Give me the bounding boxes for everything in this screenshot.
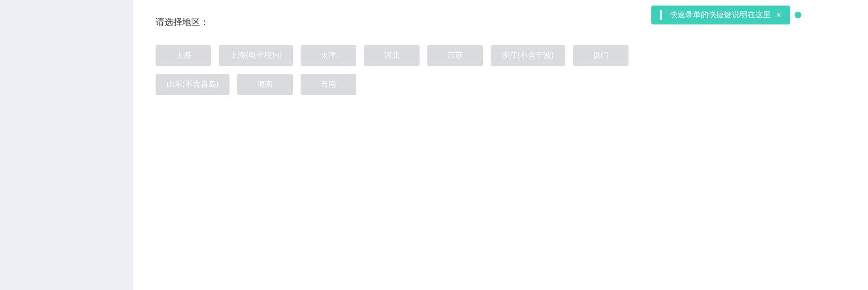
tooltip-dot	[795, 12, 801, 18]
region-btn-tianjin[interactable]: 天津	[301, 45, 356, 66]
region-btn-shandong[interactable]: 山东(不含青岛)	[156, 74, 230, 95]
region-row-2: 山东(不含青岛)海南云南	[156, 74, 846, 95]
tooltip-text: 快速录单的快捷键说明在这里	[670, 10, 771, 20]
main-content: 请选择地区： 上海上海(电子税局)天津河北江苏浙江(不含宁波)厦门 山东(不含青…	[133, 0, 868, 290]
region-btn-shanghai-etax[interactable]: 上海(电子税局)	[219, 45, 293, 66]
region-btn-xiamen[interactable]: 厦门	[573, 45, 628, 66]
region-btn-yunnan[interactable]: 云南	[301, 74, 356, 95]
tooltip-box: 快速录单的快捷键说明在这里 ×	[651, 6, 790, 24]
region-btn-jiangsu[interactable]: 江苏	[427, 45, 483, 66]
region-btn-shanghai[interactable]: 上海	[156, 45, 211, 66]
region-row-1: 上海上海(电子税局)天津河北江苏浙江(不含宁波)厦门	[156, 45, 846, 66]
region-btn-hebei[interactable]: 河北	[364, 45, 420, 66]
tooltip-close-button[interactable]: ×	[776, 11, 781, 19]
region-btn-zhejiang[interactable]: 浙江(不含宁波)	[491, 45, 565, 66]
region-btn-hainan[interactable]: 海南	[237, 74, 293, 95]
tooltip-container: 快速录单的快捷键说明在这里 ×	[651, 6, 801, 24]
sidebar	[0, 0, 133, 290]
